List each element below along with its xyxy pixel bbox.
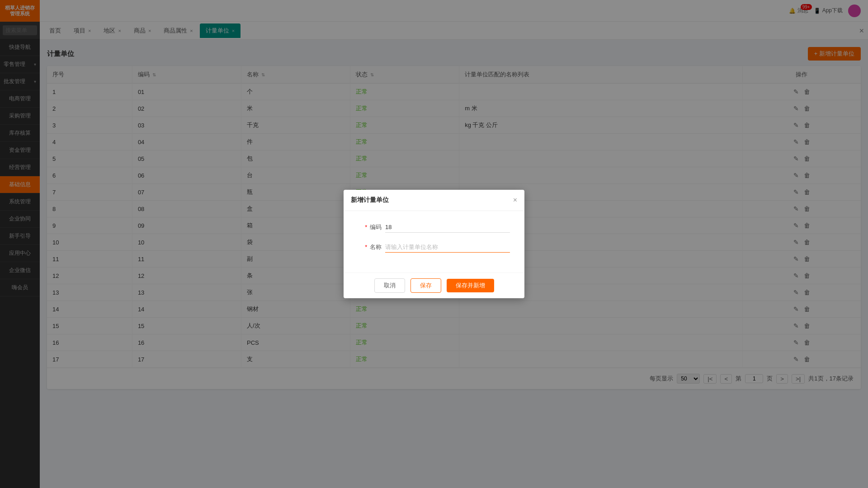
form-row-name: * 名称 (358, 242, 510, 253)
required-star: * (365, 244, 367, 250)
code-input[interactable] (385, 222, 510, 233)
save-button[interactable]: 保存 (410, 278, 441, 293)
modal-title: 新增计量单位 (351, 196, 389, 204)
name-input[interactable] (385, 242, 510, 253)
modal-header: 新增计量单位 × (344, 190, 524, 211)
add-unit-modal: 新增计量单位 × * 编码 * 名称 取消 保存 保存并新增 (344, 190, 524, 298)
save-and-new-button[interactable]: 保存并新增 (447, 279, 494, 292)
modal-close-button[interactable]: × (513, 196, 517, 204)
modal-overlay[interactable]: 新增计量单位 × * 编码 * 名称 取消 保存 保存并新增 (0, 0, 868, 488)
modal-body: * 编码 * 名称 (344, 211, 524, 272)
required-star: * (365, 224, 367, 230)
name-label: * 名称 (358, 243, 385, 251)
form-row-code: * 编码 (358, 222, 510, 233)
cancel-button[interactable]: 取消 (374, 278, 405, 293)
modal-footer: 取消 保存 保存并新增 (344, 272, 524, 298)
code-label: * 编码 (358, 223, 385, 231)
